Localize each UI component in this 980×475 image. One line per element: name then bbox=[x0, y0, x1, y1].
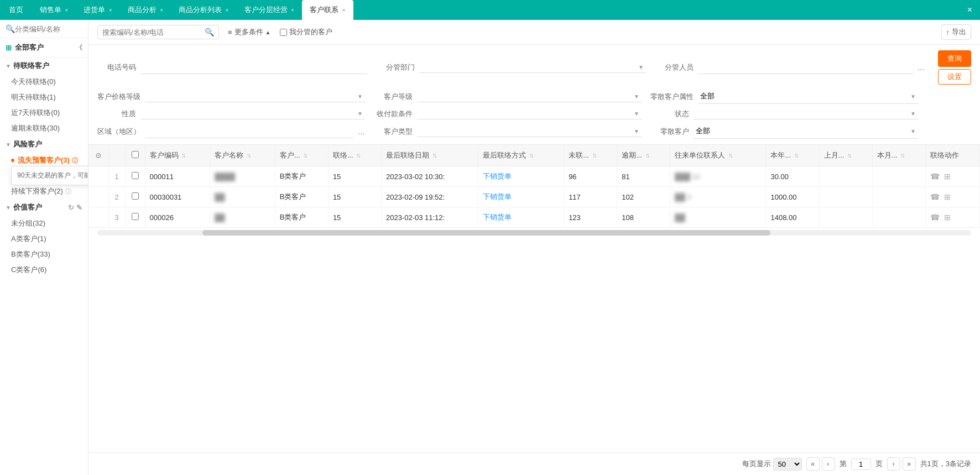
filter-search-icon[interactable]: 🔍 bbox=[205, 28, 214, 36]
select-all-checkbox[interactable] bbox=[132, 151, 139, 158]
filter-retail-attr-select[interactable]: 全部 ▼ bbox=[698, 89, 918, 104]
filter-search-input[interactable] bbox=[102, 28, 205, 36]
sort-icon-overdue[interactable]: ⇅ bbox=[645, 153, 650, 159]
cell-gear-2 bbox=[88, 207, 108, 228]
first-page-button[interactable]: « bbox=[806, 457, 820, 471]
sidebar-item-week[interactable]: 近7天待联络(0) bbox=[0, 105, 88, 121]
sidebar-all-customers[interactable]: ⊞ 全部客户 《 bbox=[0, 38, 88, 58]
my-customers-checkbox[interactable] bbox=[280, 29, 287, 36]
cell-uncontact-2: 123 bbox=[564, 207, 617, 228]
filter-region-input[interactable] bbox=[145, 125, 353, 138]
filter-price-level-select[interactable]: ▼ bbox=[145, 91, 365, 102]
cell-type-2: B类客户 bbox=[275, 207, 328, 228]
page-size-select[interactable]: 50 20 100 bbox=[773, 458, 802, 471]
last-way-link-1[interactable]: 下销货单 bbox=[483, 192, 512, 201]
top-tab-bar: 首页 销售单 × 进货单 × 商品分析 × 商品分析列表 × 客户分层经营 × … bbox=[0, 0, 980, 20]
sort-icon-this-month[interactable]: ⇅ bbox=[900, 153, 905, 159]
tab-customer-contact-close[interactable]: × bbox=[342, 7, 345, 13]
my-customers-label: 我分管的客户 bbox=[289, 27, 332, 37]
filter-nature-select[interactable]: ▼ bbox=[140, 108, 365, 119]
churn-tooltip: 90天未交易的客户，可能有流失风险。 bbox=[11, 166, 88, 185]
sidebar-item-today[interactable]: 今天待联络(0) bbox=[0, 74, 88, 90]
sort-icon-last-month[interactable]: ⇅ bbox=[847, 153, 852, 159]
sort-icon-uncontact[interactable]: ⇅ bbox=[592, 153, 597, 159]
last-way-link-2[interactable]: 下销货单 bbox=[483, 213, 512, 221]
table-settings-icon[interactable]: ⚙ bbox=[88, 145, 108, 166]
sidebar-search-input[interactable] bbox=[15, 25, 88, 33]
sidebar-section-risk-title[interactable]: ▼ 风险客户 bbox=[0, 136, 88, 153]
window-close-button[interactable]: × bbox=[960, 5, 980, 15]
sidebar-collapse-icon[interactable]: 《 bbox=[76, 43, 82, 53]
tab-customer-tier-close[interactable]: × bbox=[291, 7, 294, 13]
row-checkbox-1[interactable] bbox=[132, 192, 139, 200]
manager-ellipsis-icon[interactable]: ... bbox=[918, 62, 925, 72]
table-footer: 每页显示 50 20 100 « ‹ 第 页 › » 共1页，3条记录 bbox=[88, 452, 980, 475]
sidebar-section-value-title[interactable]: ▼ 价值客户 ↻ ✎ bbox=[0, 199, 88, 216]
sort-icon-contact[interactable]: ⇅ bbox=[356, 153, 361, 159]
query-button[interactable]: 查询 bbox=[938, 50, 971, 67]
filter-region-label: 区域（地区） bbox=[97, 127, 140, 137]
filter-dept-select[interactable]: ▼ bbox=[419, 62, 646, 73]
page-number-input[interactable] bbox=[851, 458, 871, 470]
grid-action-icon-0[interactable]: ⊞ bbox=[944, 172, 951, 181]
grid-action-icon-1[interactable]: ⊞ bbox=[944, 192, 951, 201]
row-checkbox-0[interactable] bbox=[132, 172, 139, 179]
sidebar-item-tomorrow[interactable]: 明天待联络(1) bbox=[0, 90, 88, 105]
filter-status-select[interactable]: ▼ bbox=[694, 108, 918, 119]
filter-customer-level-select[interactable]: ▼ bbox=[417, 91, 642, 102]
value-refresh-icon[interactable]: ↻ bbox=[68, 203, 74, 212]
sort-icon-unit-contact[interactable]: ⇅ bbox=[728, 153, 733, 159]
cell-this-month-2 bbox=[872, 207, 925, 228]
sidebar-item-type-a[interactable]: A类客户(1) bbox=[0, 231, 88, 247]
filter-more-button[interactable]: ≡ 更多条件 ▲ bbox=[223, 25, 275, 39]
tab-home[interactable]: 首页 bbox=[0, 0, 32, 20]
tab-product-analysis[interactable]: 商品分析 × bbox=[120, 0, 171, 20]
grid-action-icon-2[interactable]: ⊞ bbox=[944, 213, 951, 222]
row-checkbox-2[interactable] bbox=[132, 213, 139, 220]
tab-product-analysis-close[interactable]: × bbox=[160, 7, 163, 13]
sort-icon-name[interactable]: ⇅ bbox=[247, 153, 251, 159]
sidebar-item-type-c[interactable]: C类客户(6) bbox=[0, 262, 88, 278]
value-edit-icon[interactable]: ✎ bbox=[76, 203, 82, 212]
sort-icon-this-year[interactable]: ⇅ bbox=[794, 153, 799, 159]
sidebar-item-ungrouped[interactable]: 未分组(32) bbox=[0, 216, 88, 231]
tab-customer-contact[interactable]: 客户联系 × bbox=[302, 0, 353, 20]
tab-sales-close[interactable]: × bbox=[65, 7, 68, 13]
tab-purchase[interactable]: 进货单 × bbox=[76, 0, 119, 20]
export-button[interactable]: ↑ 导出 bbox=[941, 24, 972, 40]
horizontal-scrollbar-thumb[interactable] bbox=[202, 230, 770, 236]
tab-product-list-close[interactable]: × bbox=[225, 7, 228, 13]
filter-row-1: 电话号码 分管部门 ▼ 分管人员 ... 查询 设置 bbox=[97, 50, 971, 85]
settings-button[interactable]: 设置 bbox=[938, 69, 971, 85]
sidebar-item-type-b[interactable]: B类客户(33) bbox=[0, 247, 88, 262]
sidebar-item-overdue[interactable]: 逾期未联络(30) bbox=[0, 121, 88, 136]
tab-product-list[interactable]: 商品分析列表 × bbox=[171, 0, 236, 20]
prev-page-button[interactable]: ‹ bbox=[822, 457, 835, 471]
filter-customer-type-select[interactable]: ▼ bbox=[417, 126, 642, 137]
last-way-link-0[interactable]: 下销货单 bbox=[483, 172, 512, 180]
tab-sales[interactable]: 销售单 × bbox=[32, 0, 76, 20]
tab-purchase-close[interactable]: × bbox=[108, 7, 112, 13]
sidebar-section-pending-title[interactable]: ▼ 待联络客户 bbox=[0, 58, 88, 74]
phone-action-icon-0[interactable]: ☎ bbox=[930, 172, 940, 181]
filter-phone-input[interactable] bbox=[140, 61, 367, 74]
phone-action-icon-1[interactable]: ☎ bbox=[930, 192, 940, 201]
horizontal-scrollbar-track[interactable] bbox=[97, 230, 971, 236]
phone-action-icon-2[interactable]: ☎ bbox=[930, 213, 940, 222]
sidebar-section-pending: ▼ 待联络客户 今天待联络(0) 明天待联络(1) 近7天待联络(0) 逾期未联… bbox=[0, 58, 88, 136]
sort-icon-last-way[interactable]: ⇅ bbox=[529, 153, 534, 159]
my-customers-filter[interactable]: 我分管的客户 bbox=[280, 27, 332, 37]
sidebar-item-declining[interactable]: 持续下滑客户(2) ⓘ bbox=[0, 184, 88, 199]
filter-retail-customer-select[interactable]: 全部 ▼ bbox=[694, 124, 918, 139]
filter-manager-input[interactable] bbox=[698, 61, 913, 74]
filter-region-field: 区域（地区） ... bbox=[97, 125, 365, 138]
sort-icon-code[interactable]: ⇅ bbox=[181, 153, 186, 159]
filter-payment-select[interactable]: ▼ bbox=[417, 108, 642, 119]
last-page-button[interactable]: » bbox=[903, 457, 916, 471]
sort-icon-last-date[interactable]: ⇅ bbox=[432, 153, 437, 159]
next-page-button[interactable]: › bbox=[887, 457, 900, 471]
filter-retail-customer-field: 零散客户 全部 ▼ bbox=[650, 124, 918, 139]
region-ellipsis-icon[interactable]: ... bbox=[358, 127, 365, 137]
tab-customer-tier[interactable]: 客户分层经营 × bbox=[237, 0, 302, 20]
sort-icon-type[interactable]: ⇅ bbox=[303, 153, 307, 159]
